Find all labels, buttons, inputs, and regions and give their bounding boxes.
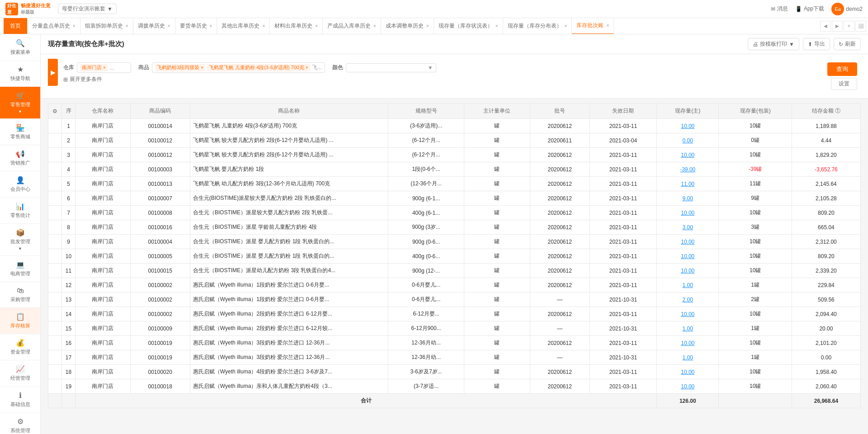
cell-stock-main[interactable]: 10.00 bbox=[657, 307, 719, 321]
tab-mix[interactable]: 调拨单历史 × bbox=[133, 18, 175, 34]
table-container[interactable]: ⚙ 序 仓库名称 商品编码 商品名称 规格型号 主计量单位 批号 失效日期 现存… bbox=[41, 99, 868, 434]
query-btn[interactable]: 查询 bbox=[827, 62, 857, 76]
tab-close-btn[interactable]: × bbox=[844, 21, 854, 32]
col-header-setting[interactable]: ⚙ bbox=[48, 104, 62, 119]
cell-stock-main[interactable]: 1.00 bbox=[657, 278, 719, 292]
product-more[interactable]: 飞... bbox=[312, 64, 322, 71]
expand-btn[interactable]: ▶ bbox=[48, 59, 58, 86]
sidebar-item-system[interactable]: ⚙ 系统管理 bbox=[0, 413, 40, 434]
product-label: 商品 bbox=[138, 64, 149, 71]
refresh-btn[interactable]: ↻ 刷新 bbox=[834, 38, 861, 50]
cell-stock-pkg: 1罐 bbox=[719, 321, 792, 336]
cell-no: 6 bbox=[62, 191, 75, 206]
cell-product-code: 00100012 bbox=[130, 133, 190, 148]
close-icon[interactable]: × bbox=[73, 24, 75, 28]
cell-setting bbox=[48, 264, 62, 278]
cell-stock-main[interactable]: 10.00 bbox=[657, 365, 719, 379]
message-btn[interactable]: ✉ 消息 bbox=[771, 5, 788, 13]
tab-fp-history[interactable]: 分量盘点单历史 × bbox=[28, 18, 80, 34]
close-icon[interactable]: × bbox=[565, 24, 567, 28]
product-tag-1-close[interactable]: × bbox=[201, 65, 203, 70]
cell-unit: 罐 bbox=[464, 119, 530, 133]
export-btn[interactable]: ⬆ 导出 bbox=[803, 38, 830, 50]
cell-stock-main[interactable]: 3.00 bbox=[657, 220, 719, 235]
cell-stock-main[interactable]: 2.00 bbox=[657, 292, 719, 307]
cell-stock-main[interactable]: 10.00 bbox=[657, 206, 719, 220]
product-tag-container[interactable]: 飞鹤奶粉3段丙摆装 × 飞鹤星飞帆 儿童奶粉 4段(3-6岁适用) 700克 ×… bbox=[152, 62, 325, 73]
cell-warehouse: 南岸门店 bbox=[75, 278, 131, 292]
color-tag-container[interactable]: ▼ bbox=[346, 63, 436, 72]
sidebar-item-stock[interactable]: 📋 库存核算 bbox=[0, 308, 40, 334]
user-area[interactable]: Ea demo2 bbox=[831, 3, 863, 15]
sidebar-item-member[interactable]: 👤 会员中心 bbox=[0, 171, 40, 198]
sidebar-item-retail[interactable]: 🛒 零售管理 ▼ bbox=[0, 87, 40, 119]
warehouse-tag-close[interactable]: × bbox=[103, 65, 106, 70]
tab-next-btn[interactable]: ▶ bbox=[832, 21, 843, 32]
tab-material-out[interactable]: 材料出库单历史 × bbox=[270, 18, 323, 34]
tab-home[interactable]: 首页 bbox=[4, 18, 28, 34]
tab-other-out[interactable]: 其他出库单历史 × bbox=[217, 18, 270, 34]
sidebar-item-retail-mall[interactable]: 🏪 零售商城 bbox=[0, 119, 40, 145]
close-icon[interactable]: × bbox=[210, 24, 212, 28]
tab-batch-ledger[interactable]: 库存批次账 × bbox=[572, 18, 614, 34]
tab-selector[interactable]: 母婴行业演示账套 ▼ bbox=[58, 4, 117, 14]
sidebar-item-retail-stats[interactable]: 📊 零售统计 bbox=[0, 198, 40, 224]
print-btn[interactable]: 🖨 按模板打印 ▼ bbox=[748, 38, 799, 50]
tab-prev-btn[interactable]: ◀ bbox=[820, 21, 831, 32]
cell-stock-main[interactable]: 10.00 bbox=[657, 379, 719, 394]
cell-stock-main[interactable]: 9.00 bbox=[657, 191, 719, 206]
sidebar-item-ecommerce[interactable]: 💻 电商管理 bbox=[0, 256, 40, 282]
sidebar-item-search[interactable]: 🔍 搜索菜单 bbox=[0, 34, 40, 61]
close-icon[interactable]: × bbox=[262, 24, 265, 28]
close-icon[interactable]: × bbox=[495, 24, 498, 28]
close-icon[interactable]: × bbox=[426, 24, 429, 28]
tab-disassemble[interactable]: 组装拆卸单历史 × bbox=[80, 18, 133, 34]
sidebar-item-finance[interactable]: 💰 资金管理 bbox=[0, 334, 40, 360]
cell-stock-main[interactable]: 10.00 bbox=[657, 336, 719, 350]
sidebar-item-quick-nav[interactable]: ★ 快捷导航 bbox=[0, 61, 40, 87]
sidebar-item-purchase[interactable]: 🛍 采购管理 bbox=[0, 282, 40, 308]
cell-stock-main[interactable]: 10.00 bbox=[657, 249, 719, 264]
cell-unit: 罐 bbox=[464, 264, 530, 278]
warehouse-more[interactable]: ... bbox=[109, 65, 114, 71]
expand-more-btn[interactable]: ⊞ 展开更多条件 bbox=[63, 75, 822, 83]
cell-stock-main[interactable]: 10.00 bbox=[657, 264, 719, 278]
settings-btn[interactable]: 设置 bbox=[831, 78, 857, 90]
close-icon[interactable]: × bbox=[373, 24, 376, 28]
cell-product-name: 惠氏启赋（Wyeth illuma）3段奶粉 爱尔兰进口 12-36月... bbox=[190, 350, 388, 365]
cell-balance: 2,145.64 bbox=[792, 177, 860, 191]
tab-maximize-btn[interactable]: ⬜ bbox=[855, 21, 866, 32]
product-tag-2-close[interactable]: × bbox=[306, 65, 308, 70]
cell-stock-main[interactable]: 1.00 bbox=[657, 350, 719, 365]
cell-stock-pkg: 9罐 bbox=[719, 191, 792, 206]
cell-stock-main[interactable]: 10.00 bbox=[657, 235, 719, 249]
app-download-btn[interactable]: 📱 App下载 bbox=[795, 5, 824, 13]
cell-stock-main[interactable]: 0.00 bbox=[657, 133, 719, 148]
cell-expire: 2021-10-31 bbox=[590, 292, 656, 307]
cell-no: 7 bbox=[62, 206, 75, 220]
col-header-batch: 批号 bbox=[530, 104, 590, 119]
warehouse-tag-container[interactable]: 南岸门店 × ... bbox=[77, 62, 131, 73]
sidebar-item-ops[interactable]: 📈 经营管理 bbox=[0, 360, 40, 387]
close-icon[interactable]: × bbox=[315, 24, 318, 28]
close-icon[interactable]: × bbox=[126, 24, 128, 28]
cell-stock-main[interactable]: 1.00 bbox=[657, 321, 719, 336]
tab-cost-adjust[interactable]: 成本调整单历史 × bbox=[381, 18, 434, 34]
tab-product-in[interactable]: 产成品入库单历史 × bbox=[323, 18, 381, 34]
cell-stock-main[interactable]: 10.00 bbox=[657, 148, 719, 162]
nav-tabs: 首页 分量盘点单历史 × 组装拆卸单历史 × 调拨单历史 × 要货单历史 × 其… bbox=[0, 18, 868, 34]
close-icon[interactable]: × bbox=[606, 23, 609, 28]
tab-stock-status[interactable]: 现存量（库存状况表）× bbox=[434, 18, 503, 34]
close-icon[interactable]: × bbox=[168, 24, 170, 28]
sidebar-item-batch-mgmt[interactable]: 📦 批发管理 ▼ bbox=[0, 224, 40, 256]
cell-stock-main[interactable]: -39.00 bbox=[657, 162, 719, 177]
cell-stock-main[interactable]: 11.00 bbox=[657, 177, 719, 191]
sidebar-item-marketing[interactable]: 📢 营销推广 bbox=[0, 145, 40, 171]
store-icon: 🏪 bbox=[16, 123, 25, 132]
sidebar-item-base[interactable]: ℹ 基础信息 bbox=[0, 387, 40, 413]
cell-warehouse: 南岸门店 bbox=[75, 336, 131, 350]
laptop-icon: 💻 bbox=[16, 260, 25, 269]
cell-stock-main[interactable]: 10.00 bbox=[657, 119, 719, 133]
tab-require[interactable]: 要货单历史 × bbox=[175, 18, 217, 34]
tab-stock-dist[interactable]: 现存量（库存分布表）× bbox=[503, 18, 572, 34]
